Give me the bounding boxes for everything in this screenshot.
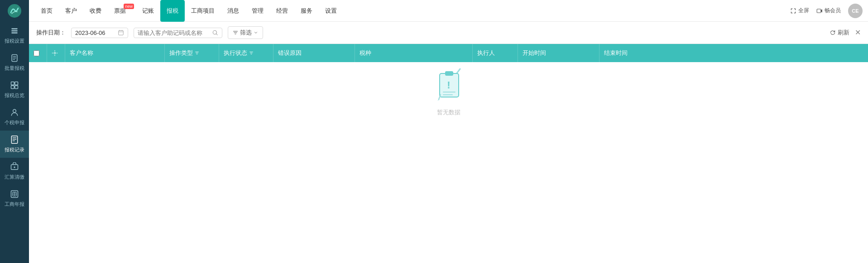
svg-point-18	[14, 167, 15, 168]
person-tax-icon	[10, 108, 19, 118]
th-kaishi-shijian: 开始时间	[518, 44, 599, 62]
svg-rect-23	[817, 9, 821, 12]
new-badge: new	[124, 4, 134, 10]
refresh-button[interactable]: 刷新	[830, 29, 849, 37]
chevron-down-icon	[254, 30, 258, 35]
top-nav-right: 全屏 畅会员 CE	[790, 4, 863, 18]
svg-point-12	[13, 110, 16, 113]
svg-rect-3	[11, 33, 17, 34]
th-settings[interactable]	[47, 44, 65, 62]
nav-items: 首页 客户 收费 票据 new 记账 报税 工商项目 消息	[34, 0, 790, 22]
sidebar-item-huisuan-jiaona[interactable]: 汇算清缴	[0, 158, 29, 185]
sidebar-item-label: 报税记录	[5, 147, 24, 153]
svg-point-30	[54, 52, 56, 54]
content-area: 操作日期： 筛选 刷新 ✕	[29, 22, 868, 263]
date-input[interactable]	[75, 29, 115, 36]
nav-item-fuwu[interactable]: 服务	[294, 0, 319, 22]
table-header: 客户名称 操作类型 执行状态 错误原因 税种 执行人	[29, 44, 868, 62]
nav-item-jingying[interactable]: 经营	[270, 0, 294, 22]
svg-text:!: !	[447, 79, 450, 91]
refresh-icon	[830, 29, 836, 36]
th-zhixingren: 执行人	[473, 44, 518, 62]
settlement-icon	[10, 162, 19, 173]
th-kehu-mingcheng: 客户名称	[65, 44, 165, 62]
svg-rect-9	[15, 82, 18, 85]
svg-rect-13	[11, 136, 17, 144]
th-cuowu-yuanyin: 错误原因	[273, 44, 355, 62]
date-picker[interactable]	[71, 28, 128, 38]
svg-rect-1	[11, 29, 17, 29]
sidebar-item-piliang-baoshui[interactable]: 批量报税	[0, 49, 29, 76]
sidebar-item-baoshui-zongjian[interactable]: 报税总览	[0, 76, 29, 103]
nav-item-baoshui[interactable]: 报税	[160, 0, 185, 22]
logo[interactable]	[0, 0, 29, 22]
select-all-checkbox[interactable]	[34, 50, 39, 56]
vip-button[interactable]: 畅会员	[816, 7, 841, 15]
sidebar-item-label: 工商年报	[5, 201, 24, 207]
nav-item-piaoju[interactable]: 票据 new	[108, 0, 136, 22]
sidebar-item-label: 报税设置	[5, 38, 24, 44]
svg-rect-8	[11, 82, 14, 85]
video-icon	[816, 8, 823, 14]
fullscreen-icon	[790, 8, 796, 14]
search-box[interactable]	[134, 28, 222, 38]
sidebar-item-label: 批量报税	[5, 65, 24, 71]
nav-item-kehu[interactable]: 客户	[59, 0, 83, 22]
svg-line-29	[216, 34, 218, 35]
sidebar-item-baoshui-shezhi[interactable]: 报税设置	[0, 22, 29, 49]
th-checkbox[interactable]	[29, 44, 47, 62]
overview-icon	[10, 81, 19, 91]
sidebar-item-gongshang-nianbao[interactable]: 工商年报	[0, 185, 29, 212]
batch-report-icon	[10, 54, 19, 64]
empty-illustration: !	[431, 62, 467, 103]
nav-item-guanli[interactable]: 管理	[245, 0, 270, 22]
nav-item-xiaoxi[interactable]: 消息	[221, 0, 245, 22]
search-icon	[212, 29, 218, 36]
svg-rect-10	[11, 86, 14, 89]
record-icon	[10, 135, 19, 146]
nav-item-shoufei[interactable]: 收费	[83, 0, 108, 22]
nav-item-jizhang[interactable]: 记账	[136, 0, 160, 22]
sidebar: 报税设置 批量报税 报税总览 个税申报 报税记录 汇算清缴 工商	[0, 0, 29, 263]
th-jieshu-shijian: 结束时间	[599, 44, 672, 62]
sidebar-item-baoshui-jilu[interactable]: 报税记录	[0, 131, 29, 158]
search-input[interactable]	[138, 29, 210, 36]
settings-gear-icon	[10, 26, 19, 37]
filter-sort-icon2	[249, 51, 254, 55]
column-settings-icon	[52, 50, 58, 56]
nav-item-shezhi[interactable]: 设置	[319, 0, 343, 22]
annual-report-icon	[10, 190, 19, 200]
fullscreen-button[interactable]: 全屏	[790, 7, 809, 15]
nav-item-home[interactable]: 首页	[34, 0, 59, 22]
svg-rect-2	[11, 30, 17, 32]
toolbar: 操作日期： 筛选 刷新 ✕	[29, 22, 868, 44]
empty-state: ! 暂无数据	[29, 62, 868, 117]
svg-rect-34	[445, 71, 453, 76]
th-caozuo-leixing: 操作类型	[165, 44, 219, 62]
calendar-icon	[118, 29, 124, 36]
filter-icon	[233, 30, 238, 35]
sidebar-item-label: 个税申报	[5, 120, 24, 126]
th-zhixing-zhuangtai: 执行状态	[219, 44, 273, 62]
sidebar-item-geshui-shenbao[interactable]: 个税申报	[0, 103, 29, 131]
sidebar-item-label: 报税总览	[5, 93, 24, 98]
sidebar-item-label: 汇算清缴	[5, 174, 24, 180]
th-shuizhong: 税种	[355, 44, 473, 62]
user-avatar[interactable]: CE	[848, 4, 863, 18]
filter-sort-icon	[195, 51, 199, 55]
data-table: 客户名称 操作类型 执行状态 错误原因 税种 执行人	[29, 44, 868, 263]
nav-item-gongshang-xiangmu[interactable]: 工商项目	[185, 0, 221, 22]
main-content: 首页 客户 收费 票据 new 记账 报税 工商项目 消息	[29, 0, 868, 263]
top-navigation: 首页 客户 收费 票据 new 记账 报税 工商项目 消息	[29, 0, 868, 22]
date-label: 操作日期：	[36, 29, 66, 37]
filter-button[interactable]: 筛选	[228, 26, 263, 39]
table-body: ! 暂无数据	[29, 62, 868, 263]
svg-rect-24	[119, 30, 124, 35]
close-button[interactable]: ✕	[855, 29, 861, 36]
svg-rect-11	[15, 86, 18, 89]
